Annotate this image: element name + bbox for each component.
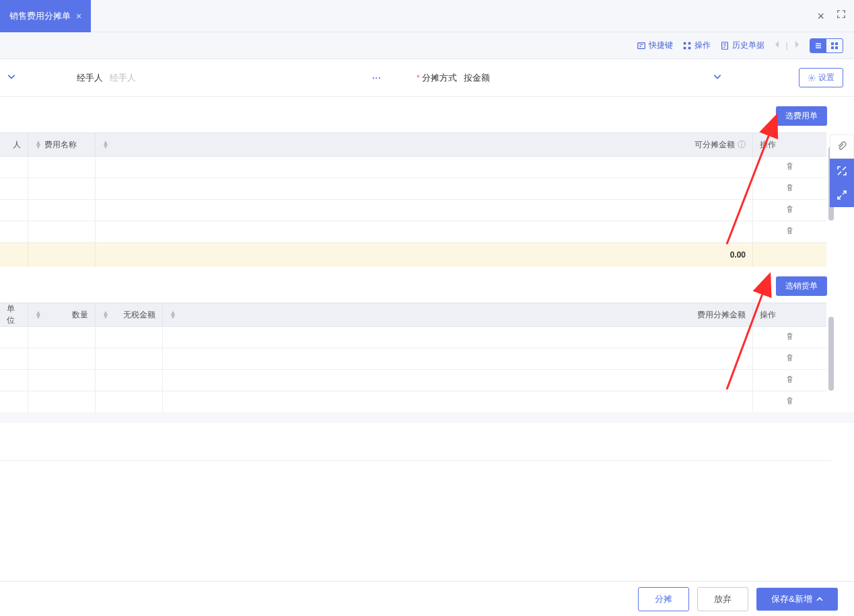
grid1-header-op: 操作 <box>753 133 826 156</box>
prev-record-icon[interactable] <box>774 40 779 50</box>
grid2-scrollbar[interactable] <box>828 317 834 403</box>
info-icon[interactable]: ⓘ <box>738 139 746 151</box>
nav-separator: | <box>786 40 788 50</box>
table-row <box>0 348 826 370</box>
svg-rect-8 <box>831 46 834 49</box>
trash-icon[interactable] <box>785 184 794 194</box>
svg-rect-7 <box>835 42 838 45</box>
sort-icon[interactable]: ▲▼ <box>170 311 176 319</box>
operate-label: 操作 <box>695 40 711 51</box>
method-input[interactable] <box>464 73 706 83</box>
method-label: *分摊方式 <box>417 72 457 84</box>
svg-rect-1 <box>683 42 686 44</box>
svg-rect-2 <box>688 42 690 44</box>
shortcuts-label: 快捷键 <box>649 40 673 51</box>
trash-icon[interactable] <box>785 162 794 173</box>
grid1-header-fee-name[interactable]: ▲▼ 费用名称 <box>28 133 96 156</box>
allocate-button[interactable]: 分摊 <box>638 587 689 611</box>
bottom-panel <box>0 423 831 461</box>
settings-label: 设置 <box>818 72 834 83</box>
grid2-header-qty[interactable]: ▲▼ 数量 <box>28 303 96 326</box>
grid1-header-col0: 人 <box>0 133 28 156</box>
trash-icon[interactable] <box>785 227 794 237</box>
grid2-header-unit: 单位 <box>0 303 28 326</box>
method-chevron-icon[interactable] <box>713 72 722 83</box>
history-link[interactable]: 历史单据 <box>720 40 764 51</box>
trash-icon[interactable] <box>785 332 794 343</box>
trash-icon[interactable] <box>785 354 794 364</box>
next-record-icon[interactable] <box>795 40 800 50</box>
svg-rect-4 <box>688 46 690 49</box>
grid1-header-allocatable[interactable]: ▲▼ 可分摊金额ⓘ <box>96 133 753 156</box>
bottom-strip <box>0 412 854 423</box>
tab-title: 销售费用分摊单 <box>9 10 71 22</box>
shortcuts-link[interactable]: 快捷键 <box>637 40 673 51</box>
handler-label: 经手人 <box>77 72 103 84</box>
table-row <box>0 370 826 391</box>
history-label: 历史单据 <box>732 40 764 51</box>
discard-button[interactable]: 放弃 <box>697 587 748 611</box>
save-and-new-label: 保存&新增 <box>771 593 812 605</box>
expand-down-icon[interactable] <box>830 183 854 207</box>
operate-link[interactable]: 操作 <box>682 40 711 51</box>
grid2-header-op: 操作 <box>753 303 826 326</box>
table-row <box>0 221 826 243</box>
expand-up-icon[interactable] <box>830 159 854 183</box>
svg-point-10 <box>811 77 813 79</box>
trash-icon[interactable] <box>785 205 794 216</box>
tab-close-icon[interactable]: × <box>76 11 81 22</box>
sort-icon[interactable]: ▲▼ <box>102 141 109 149</box>
close-icon[interactable]: × <box>817 9 824 24</box>
table-row <box>0 157 826 178</box>
sort-icon[interactable]: ▲▼ <box>102 311 109 319</box>
view-list-button[interactable] <box>810 39 826 52</box>
save-and-new-button[interactable]: 保存&新增 <box>756 588 838 611</box>
view-grid-button[interactable] <box>826 39 843 52</box>
table-row <box>0 391 826 413</box>
view-toggle <box>810 38 843 53</box>
chevron-up-icon <box>816 596 823 603</box>
trash-icon[interactable] <box>785 397 794 408</box>
sort-icon[interactable]: ▲▼ <box>35 141 42 149</box>
select-sales-order-button[interactable]: 选销货单 <box>776 276 827 296</box>
svg-rect-3 <box>683 46 686 49</box>
table-row <box>0 327 826 348</box>
table-row <box>0 178 826 200</box>
table-row <box>0 200 826 221</box>
grid2-header-notax[interactable]: ▲▼ 无税金额 <box>96 303 163 326</box>
select-expense-order-button[interactable]: 选费用单 <box>776 106 827 126</box>
grid2-header-fee-alloc[interactable]: ▲▼ 费用分摊金额 <box>163 303 753 326</box>
tab-sales-expense-allocation[interactable]: 销售费用分摊单 × <box>0 0 91 32</box>
handler-picker-icon[interactable]: ··· <box>372 73 382 83</box>
settings-button[interactable]: 设置 <box>799 68 843 87</box>
sort-icon[interactable]: ▲▼ <box>35 311 42 319</box>
left-dropdown-chevron-icon[interactable] <box>7 72 16 83</box>
handler-input[interactable] <box>110 73 365 83</box>
svg-rect-6 <box>831 42 834 45</box>
svg-rect-9 <box>835 46 838 49</box>
attachment-icon[interactable] <box>830 134 854 159</box>
fullscreen-icon[interactable] <box>837 9 846 21</box>
svg-rect-0 <box>637 42 645 48</box>
grid1-total-allocatable: 0.00 <box>96 243 753 267</box>
trash-icon[interactable] <box>785 375 794 386</box>
